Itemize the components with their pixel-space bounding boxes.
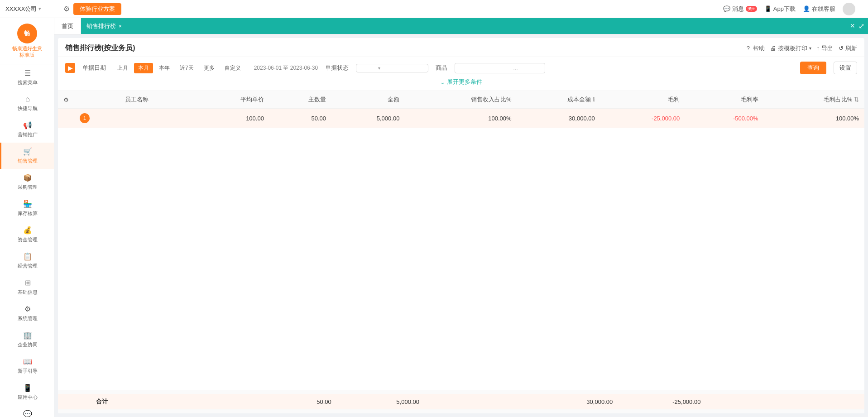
top-bar-right: 💬 消息 99+ 📱 App下载 👤 在线客服 — [723, 3, 863, 15]
col-avg-price: 平均单价 — [195, 91, 269, 109]
avatar[interactable] — [843, 3, 855, 15]
app-label: App下载 — [773, 5, 796, 13]
sidebar-item-search[interactable]: ☰ 搜索菜单 — [0, 64, 54, 91]
app-icon: 📱 — [764, 5, 772, 12]
refresh-label: 刷新 — [845, 44, 857, 53]
settings-icon[interactable]: ⚙ — [63, 5, 70, 13]
row-employee-name — [120, 109, 194, 128]
wechat-icon: 💬 — [23, 410, 32, 417]
expand-conditions-button[interactable]: ⌄ 展开更多条件 — [440, 78, 482, 86]
date-btn-7days[interactable]: 近7天 — [176, 63, 198, 73]
tab-close-icon[interactable]: × — [119, 23, 122, 29]
footer-amount: 5,000.00 — [337, 394, 425, 410]
sidebar-item-purchase[interactable]: 📦 采购管理 — [0, 169, 54, 195]
inventory-icon: 🏪 — [23, 200, 32, 208]
sidebar-item-sales[interactable]: 🛒 销售管理 — [0, 143, 54, 169]
sidebar-item-label: 搜索菜单 — [18, 79, 38, 86]
print-button[interactable]: 🖨 按模板打印 ▾ — [770, 44, 811, 53]
message-label: 消息 — [732, 5, 744, 13]
refresh-button[interactable]: ↺ 刷新 — [839, 44, 857, 53]
app-download-button[interactable]: 📱 App下载 — [764, 5, 796, 13]
tab-label: 销售排行榜 — [86, 22, 116, 30]
sidebar-item-finance[interactable]: 💰 资金管理 — [0, 221, 54, 248]
rank-badge: 1 — [80, 113, 90, 123]
sidebar-item-label: 营销推广 — [18, 131, 38, 138]
tab-bar: 首页 销售排行榜 × × ⤢ — [54, 18, 868, 34]
tab-home[interactable]: 首页 — [54, 18, 81, 34]
logo-char: 畅 — [24, 29, 30, 38]
app-center-icon: 📱 — [23, 383, 32, 392]
sidebar-item-wechat[interactable]: 💬 企业微信 — [0, 405, 54, 417]
sidebar-item-marketing[interactable]: 📢 营销推广 — [0, 116, 54, 143]
col-settings[interactable]: ⚙ — [58, 91, 74, 109]
date-btn-custom[interactable]: 自定义 — [221, 63, 245, 73]
goods-label: 商品 — [436, 64, 447, 72]
date-btn-more[interactable]: 更多 — [200, 63, 219, 73]
sidebar-item-label: 应用中心 — [18, 394, 38, 401]
date-buttons: 上月 本月 本年 近7天 更多 自定义 — [113, 63, 245, 73]
sidebar-item-label: 资金管理 — [18, 236, 38, 243]
row-avg-price: 100.00 — [195, 109, 269, 128]
status-label: 单据状态 — [325, 64, 349, 72]
col-profit: 毛利 — [600, 91, 686, 109]
filter-toggle-btn[interactable]: ▶ — [65, 63, 75, 73]
status-chevron-icon: ▾ — [378, 66, 380, 71]
logo-text: 畅康通好生意标准版 — [12, 45, 42, 58]
page-actions: ？ 帮助 🖨 按模板打印 ▾ ↑ 导出 ↺ 刷新 — [745, 44, 858, 53]
col-settings-icon: ⚙ — [63, 96, 69, 103]
sidebar-item-label: 企业协同 — [18, 341, 38, 348]
tab-home-label: 首页 — [62, 22, 73, 30]
goods-input[interactable]: ... — [455, 63, 545, 73]
row-cost: 30,000.00 — [517, 109, 600, 128]
sidebar-item-enterprise[interactable]: 🏢 企业协同 — [0, 326, 54, 353]
sales-icon: 🛒 — [23, 147, 32, 156]
date-btn-current-month[interactable]: 本月 — [134, 63, 153, 73]
sidebar-item-app-center[interactable]: 📱 应用中心 — [0, 379, 54, 405]
sidebar-item-system[interactable]: ⚙ 系统管理 — [0, 300, 54, 326]
company-chevron: ▾ — [38, 6, 41, 12]
company-selector[interactable]: XXXXX公司 ▾ — [5, 5, 60, 13]
status-select[interactable]: ▾ — [356, 64, 428, 72]
print-label: 按模板打印 — [778, 44, 807, 53]
basics-icon: ⊞ — [25, 278, 31, 287]
col-profit-rate: 毛利率 — [685, 91, 763, 109]
export-icon: ↑ — [817, 45, 820, 52]
query-button[interactable]: 查询 — [800, 62, 826, 74]
sidebar-item-label: 销售管理 — [18, 158, 38, 164]
enterprise-icon: 🏢 — [23, 331, 32, 340]
sidebar-item-inventory[interactable]: 🏪 库存核算 — [0, 195, 54, 221]
guide-icon: 📖 — [23, 357, 32, 366]
settings-button[interactable]: 设置 — [834, 62, 857, 74]
col-profit-pct: 毛利占比% ⇅ — [764, 91, 864, 109]
sidebar-item-label: 采购管理 — [18, 184, 38, 191]
window-close-icon[interactable]: × — [850, 21, 855, 31]
sidebar-item-basics[interactable]: ⊞ 基础信息 — [0, 274, 54, 300]
date-btn-current-year[interactable]: 本年 — [155, 63, 174, 73]
print-icon: 🖨 — [770, 45, 776, 52]
online-service-button[interactable]: 👤 在线客服 — [803, 5, 835, 13]
window-expand-icon[interactable]: ⤢ — [858, 22, 864, 30]
cost-info-icon[interactable]: ℹ — [593, 96, 595, 103]
tab-bar-right: × ⤢ — [850, 21, 868, 31]
col-employee-name: 员工名称 — [120, 91, 194, 109]
date-btn-last-month[interactable]: 上月 — [113, 63, 132, 73]
finance-icon: 💰 — [23, 226, 32, 235]
col-qty: 主数量 — [269, 91, 331, 109]
message-button[interactable]: 💬 消息 99+ — [723, 5, 757, 13]
help-button[interactable]: ？ 帮助 — [745, 44, 765, 53]
date-label: 单据日期 — [82, 64, 106, 72]
sidebar-item-guide[interactable]: 📖 新手引导 — [0, 353, 54, 379]
date-range: 2023-06-01 至 2023-06-30 — [254, 64, 318, 72]
export-label: 导出 — [821, 44, 833, 53]
refresh-icon: ↺ — [839, 45, 844, 52]
sidebar-item-operations[interactable]: 📋 经营管理 — [0, 248, 54, 274]
col-amount: 全额 — [331, 91, 405, 109]
sidebar-item-shortcuts[interactable]: ⌂ 快捷导航 — [0, 91, 54, 116]
service-label: 在线客服 — [812, 5, 835, 13]
try-industry-button[interactable]: 体验行业方案 — [73, 3, 121, 15]
table-row: 1 100.00 50.00 5,000.00 100.00% 30,000.0… — [58, 109, 864, 128]
message-badge: 99+ — [746, 6, 757, 12]
tab-sales-ranking[interactable]: 销售排行榜 × — [81, 18, 127, 34]
profit-pct-icon[interactable]: ⇅ — [854, 96, 859, 103]
export-button[interactable]: ↑ 导出 — [817, 44, 834, 53]
